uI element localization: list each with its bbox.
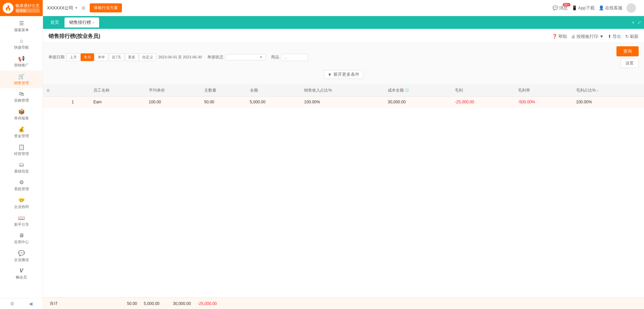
sidebar-item-search[interactable]: ☰ 搜索菜单 — [0, 17, 43, 35]
date-btn-last-month[interactable]: 上月 — [67, 53, 80, 61]
tab-home-label: 首页 — [50, 19, 59, 25]
filter-expand-row: ▼ 展开更多条件 — [48, 68, 639, 81]
online-service-button[interactable]: 👤 在线客服 — [599, 5, 622, 11]
goods-select[interactable]: ... — [281, 54, 308, 61]
sidebar-item-finance[interactable]: 💰 资金管理 — [0, 123, 43, 141]
settings-button[interactable]: 设置 — [620, 58, 639, 68]
company-name: XXXXXX公司 — [47, 5, 73, 11]
sidebar-item-label: 快捷导航 — [14, 45, 29, 50]
message-icon: 💬 — [553, 5, 558, 10]
sidebar-nav: ☰ 搜索菜单 ⌂ 快捷导航 📢 营销推广 🛒 销售管理 🛍 采购管理 📦 库存核… — [0, 16, 43, 298]
filter-goods-item: 商品 ... — [271, 54, 308, 61]
sidebar-item-inventory[interactable]: 📦 库存核算 — [0, 106, 43, 123]
footer-cells: 合计 50.00 5,000.00 30,000.00 -25,000.00 — [46, 301, 641, 306]
date-btn-more[interactable]: 更多 — [125, 53, 138, 61]
export-icon: ⬆ — [608, 34, 611, 39]
sidebar-item-basic[interactable]: 🗂 基础信息 — [0, 159, 43, 176]
print-label: 按模板打印 — [576, 34, 598, 40]
print-icon: 🖨 — [571, 34, 575, 39]
col-avg-price: 平均单价 — [145, 85, 201, 97]
sidebar-item-label: 资金管理 — [14, 134, 29, 139]
col-cost: 成本全额 ⓘ — [384, 85, 452, 97]
footer-amount: 5,000.00 — [140, 301, 163, 306]
sidebar-item-collab[interactable]: 🤝 企业协同 — [0, 194, 43, 212]
sidebar-logo: 🔥 畅康通好生意 标准版 — [0, 0, 43, 16]
tab-maximize-icon[interactable]: ⤢ — [637, 20, 641, 25]
page-actions: ❓ 帮助 🖨 按模板打印 ▼ ⬆ 导出 ↻ 刷新 — [552, 34, 639, 40]
footer-collapse-icon[interactable]: ◀ — [29, 301, 33, 306]
expand-more-button[interactable]: ▼ 展开更多条件 — [324, 70, 363, 79]
filter-date-item: 单据日期 上月 本月 本年 近7天 更多 自定义 2023-06-01 至 20… — [48, 53, 202, 61]
tab-sales-ranking[interactable]: 销售排行榜 × — [65, 17, 99, 28]
sidebar-item-label: 应用中心 — [14, 240, 29, 245]
marketing-icon: 📢 — [18, 55, 25, 62]
tab-home[interactable]: 首页 — [46, 17, 64, 28]
sidebar-item-label: 企业微信 — [14, 257, 29, 262]
tab-sales-ranking-label: 销售排行榜 — [69, 19, 91, 25]
message-button[interactable]: 💬 消息 99+ — [553, 5, 568, 11]
date-btn-7days[interactable]: 近7天 — [109, 53, 124, 61]
tab-close-icon[interactable]: × — [92, 21, 94, 24]
topbar-settings-icon[interactable]: ⚙ — [81, 5, 86, 11]
cell-main-qty: 50.00 — [201, 97, 247, 108]
company-selector[interactable]: XXXXXX公司 ▼ — [47, 5, 78, 11]
sidebar-item-apps[interactable]: 🖥 应用中心 — [0, 230, 43, 247]
sidebar-item-member[interactable]: V 畅会员 — [0, 265, 43, 282]
col-sales-pct: 销售收入占比% — [301, 85, 384, 97]
print-button[interactable]: 🖨 按模板打印 ▼ — [571, 34, 604, 40]
goods-select-text: ... — [284, 55, 305, 60]
search-menu-icon: ☰ — [19, 20, 24, 27]
sidebar-item-marketing[interactable]: 📢 营销推广 — [0, 53, 43, 70]
topbar: XXXXXX公司 ▼ ⚙ 体验行业方案 💬 消息 99+ 📱 App下载 👤 在… — [43, 0, 644, 16]
refresh-icon: ↻ — [625, 34, 629, 39]
apps-icon: 🖥 — [19, 233, 24, 239]
help-label: 帮助 — [558, 34, 567, 40]
trial-button[interactable]: 体验行业方案 — [90, 3, 122, 12]
avatar[interactable] — [627, 3, 636, 13]
guide-icon: 📖 — [18, 215, 25, 221]
expand-label: 展开更多条件 — [333, 71, 359, 78]
table-row: 1 Eam 100.00 50.00 5,000.00 100.00% 30,0… — [43, 97, 644, 108]
basic-icon: 🗂 — [19, 162, 24, 168]
sidebar-item-operations[interactable]: 📋 经营管理 — [0, 141, 43, 159]
refresh-button[interactable]: ↻ 刷新 — [625, 34, 639, 40]
col-settings: ⚙ — [43, 85, 68, 97]
cell-avg-price: 100.00 — [145, 97, 201, 108]
status-select-arrow-icon: ▼ — [259, 55, 263, 59]
sidebar-item-purchase[interactable]: 🛍 采购管理 — [0, 88, 43, 106]
date-btn-this-year[interactable]: 本年 — [95, 53, 108, 61]
help-button[interactable]: ❓ 帮助 — [552, 34, 567, 40]
date-range-text: 2023-06-01 至 2023-06-30 — [158, 55, 202, 60]
col-rank — [68, 85, 90, 97]
export-label: 导出 — [612, 34, 621, 40]
query-button[interactable]: 查询 — [616, 46, 639, 56]
cell-rank: 1 — [68, 97, 90, 108]
date-btn-custom[interactable]: 自定义 — [139, 53, 156, 61]
goods-filter-label: 商品 — [271, 54, 279, 60]
col-gross-pct: 毛利占比% ↕ — [573, 85, 644, 97]
member-icon: V — [19, 268, 23, 274]
sidebar-item-sales[interactable]: 🛒 销售管理 — [0, 70, 43, 88]
sidebar-item-system[interactable]: ⚙ 系统管理 — [0, 176, 43, 194]
collab-icon: 🤝 — [18, 197, 25, 203]
footer-settings-icon[interactable]: ⚙ — [10, 301, 14, 306]
status-select[interactable]: ▼ — [225, 54, 266, 60]
sidebar-item-guide[interactable]: 📖 新手引导 — [0, 212, 43, 230]
footer-cost: 30,000.00 — [170, 301, 194, 306]
sidebar-item-quick-nav[interactable]: ⌂ 快捷导航 — [0, 35, 43, 53]
export-button[interactable]: ⬆ 导出 — [608, 34, 621, 40]
inventory-icon: 📦 — [18, 108, 25, 115]
company-arrow-icon: ▼ — [75, 6, 78, 10]
app-download-button[interactable]: 📱 App下载 — [572, 5, 595, 11]
service-icon: 👤 — [599, 5, 604, 10]
logo-title: 畅康通好生意 — [15, 3, 40, 9]
main-area: XXXXXX公司 ▼ ⚙ 体验行业方案 💬 消息 99+ 📱 App下载 👤 在… — [43, 0, 644, 309]
gross-pct-info-icon: ↕ — [597, 88, 599, 92]
cell-sales-pct: 100.00% — [301, 97, 384, 108]
sidebar-footer: ⚙ ◀ — [0, 298, 43, 309]
date-btn-this-month[interactable]: 本月 — [81, 53, 94, 61]
sales-icon: 🛒 — [18, 73, 25, 80]
tab-close-window-icon[interactable]: × — [632, 20, 635, 25]
app-label: App下载 — [578, 5, 595, 11]
sidebar-item-wechat[interactable]: 💬 企业微信 — [0, 247, 43, 265]
